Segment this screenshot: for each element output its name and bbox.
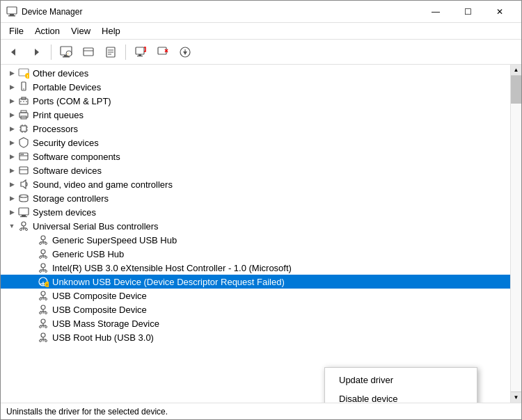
- svg-text:!: !: [27, 74, 29, 79]
- device-manager-window: Device Manager — ☐ ✕ File Action View He…: [0, 0, 522, 420]
- minimize-button[interactable]: —: [420, 1, 452, 23]
- expand-icon: ▶: [6, 70, 17, 76]
- expand-icon: ▶: [6, 167, 17, 174]
- list-item[interactable]: ▶ Ports (COM & LPT): [1, 94, 510, 108]
- list-item[interactable]: ▶ Storage controllers: [1, 191, 510, 205]
- close-button[interactable]: ✕: [484, 1, 516, 23]
- show-button[interactable]: !: [56, 42, 77, 62]
- back-button[interactable]: [3, 42, 24, 62]
- svg-point-50: [22, 154, 24, 155]
- title-bar: Device Manager — ☐ ✕: [1, 1, 521, 23]
- svg-point-80: [40, 270, 42, 273]
- svg-marker-23: [183, 51, 187, 55]
- list-item[interactable]: Intel(R) USB 3.0 eXtensible Host Control…: [1, 261, 510, 275]
- maximize-button[interactable]: ☐: [452, 1, 484, 23]
- usb-mass-storage-icon: [37, 317, 49, 330]
- menu-file[interactable]: File: [3, 24, 29, 38]
- expand-icon: ▶: [6, 209, 17, 216]
- usb-hub-icon: [37, 248, 49, 260]
- svg-point-92: [40, 298, 42, 300]
- status-text: Uninstalls the driver for the selected d…: [6, 407, 168, 417]
- scroll-down-button[interactable]: ▼: [511, 391, 521, 403]
- svg-point-74: [40, 257, 42, 259]
- sound-icon: [17, 178, 30, 191]
- list-item[interactable]: ▶ Software devices: [1, 163, 510, 177]
- usb-composite-icon: [37, 289, 49, 302]
- svg-point-76: [41, 264, 45, 268]
- unknown-usb-device-item[interactable]: ! Unknown USB Device (Device Descriptor …: [1, 275, 510, 289]
- svg-point-69: [45, 243, 47, 245]
- list-item[interactable]: ▶ Portable Devices: [1, 80, 510, 94]
- list-item[interactable]: USB Composite Device: [1, 302, 510, 316]
- list-item[interactable]: USB Composite Device: [1, 289, 510, 302]
- menu-help[interactable]: Help: [96, 24, 126, 38]
- list-item[interactable]: Generic USB Hub: [1, 247, 510, 261]
- separator-1: [51, 45, 52, 60]
- list-item[interactable]: ▶ Print queues: [1, 108, 510, 122]
- list-item[interactable]: ▶ Processors: [1, 122, 510, 136]
- list-item[interactable]: ▶ Sound, video and game controllers: [1, 177, 510, 191]
- svg-rect-18: [137, 56, 143, 56]
- svg-point-54: [19, 195, 28, 197]
- scrollbar[interactable]: ▲ ▼: [510, 65, 521, 403]
- security-devices-icon: [17, 136, 30, 149]
- context-menu-disable-device[interactable]: Disable device: [325, 389, 477, 403]
- list-item[interactable]: USB Mass Storage Device: [1, 316, 510, 330]
- expand-icon: ▶: [6, 125, 17, 132]
- svg-marker-3: [11, 49, 15, 56]
- expand-icon: ▶: [6, 83, 17, 90]
- properties-button[interactable]: [100, 42, 121, 62]
- svg-rect-0: [7, 7, 17, 14]
- svg-rect-17: [139, 54, 141, 56]
- svg-marker-53: [21, 180, 26, 188]
- separator-2: [125, 45, 126, 60]
- usb-controllers-icon: [17, 220, 30, 232]
- list-item[interactable]: ▶ ! Other devices: [1, 66, 510, 80]
- svg-rect-38: [21, 126, 26, 131]
- list-item[interactable]: ▶ System devices: [1, 205, 510, 219]
- scroll-up-button[interactable]: ▲: [511, 65, 521, 76]
- list-item[interactable]: ▼ Universal Serial Bus controllers: [1, 219, 510, 233]
- menu-view[interactable]: View: [65, 24, 96, 38]
- list-item[interactable]: ▶ Security devices: [1, 136, 510, 150]
- expand-icon: ▼: [6, 223, 17, 229]
- usb-composite-2-icon: [37, 303, 49, 316]
- scroll-thumb[interactable]: [511, 76, 521, 104]
- scan-button[interactable]: [130, 42, 151, 62]
- processors-icon: [17, 122, 30, 135]
- svg-point-94: [41, 305, 45, 309]
- list-item[interactable]: ▶ Software components: [1, 150, 510, 163]
- menu-action[interactable]: Action: [29, 24, 65, 38]
- forward-button[interactable]: [26, 42, 47, 62]
- list-item[interactable]: Generic SuperSpeed USB Hub: [1, 233, 510, 247]
- toolbar: !: [1, 40, 521, 65]
- svg-point-29: [23, 88, 24, 90]
- svg-point-99: [45, 312, 47, 314]
- svg-rect-16: [136, 47, 144, 54]
- scroll-thumb-area: [511, 76, 521, 391]
- svg-point-106: [41, 333, 45, 337]
- svg-rect-51: [19, 167, 28, 174]
- svg-marker-4: [35, 49, 39, 56]
- portable-devices-icon: [17, 81, 30, 93]
- svg-point-63: [26, 229, 28, 231]
- svg-point-64: [41, 236, 45, 240]
- uninstall-button[interactable]: [152, 42, 173, 62]
- window-controls: — ☐ ✕: [420, 1, 516, 23]
- svg-point-88: [41, 291, 45, 296]
- tree-view[interactable]: ▶ ! Other devices ▶ Portable Devices ▶ P…: [1, 65, 510, 403]
- expand-icon: ▶: [6, 195, 17, 202]
- show-all-button[interactable]: [78, 42, 99, 62]
- context-menu: Update driver Disable device Uninstall d…: [324, 367, 477, 403]
- expand-icon: ▶: [6, 111, 17, 118]
- context-menu-update-driver[interactable]: Update driver: [325, 371, 477, 389]
- svg-point-93: [45, 298, 47, 300]
- update-button[interactable]: [175, 42, 196, 62]
- software-components-icon: [17, 150, 30, 163]
- svg-point-100: [41, 319, 45, 323]
- list-item[interactable]: USB Root Hub (USB 3.0): [1, 330, 510, 344]
- storage-icon: [17, 192, 30, 204]
- svg-point-110: [40, 340, 42, 342]
- svg-point-98: [40, 312, 42, 314]
- svg-point-70: [41, 250, 45, 254]
